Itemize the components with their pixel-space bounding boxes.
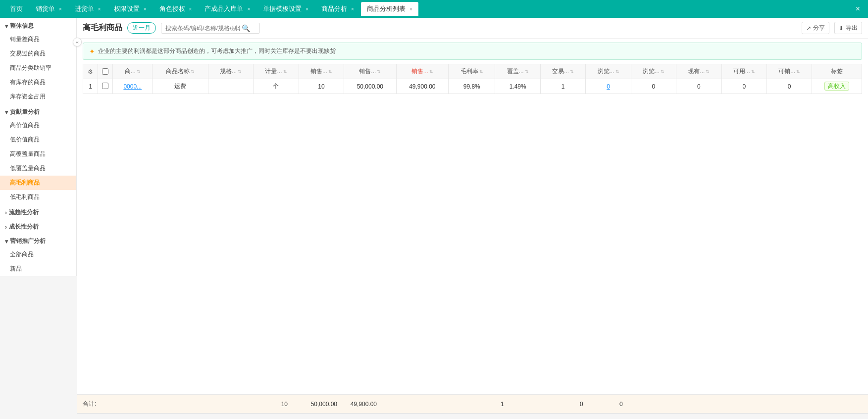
export-button[interactable]: ⬇ 导出 bbox=[834, 22, 862, 34]
nav-tab-sales[interactable]: 销货单 × bbox=[30, 2, 68, 16]
col-views1[interactable]: 浏览...⇅ bbox=[586, 64, 631, 79]
col-sales-cost[interactable]: 销售...⇅ bbox=[396, 64, 448, 79]
col-spec[interactable]: 规格...⇅ bbox=[208, 64, 253, 79]
sidebar-item-traded[interactable]: 交易过的商品 bbox=[0, 47, 76, 61]
sidebar-item-high-margin[interactable]: 高毛利商品 bbox=[0, 176, 76, 190]
cell-views1[interactable]: 0 bbox=[586, 79, 631, 94]
footer-total-label: 合计: bbox=[83, 400, 96, 408]
nav-tab-role-label: 角色授权 bbox=[159, 4, 185, 13]
cell-spec bbox=[208, 79, 253, 94]
footer-transaction: 1 bbox=[482, 401, 522, 408]
sidebar-group-overview-caret: ▾ bbox=[5, 23, 8, 30]
nav-tab-analysis-close[interactable]: × bbox=[351, 6, 354, 12]
table-row: 1 0000... 运费 个 10 50,000.00 49,900.00 99… bbox=[83, 79, 862, 94]
search-box: 🔍 bbox=[161, 23, 260, 34]
data-table: ⚙ 商...⇅ 商品名称⇅ 规格...⇅ bbox=[83, 64, 862, 94]
sidebar-group-contribution[interactable]: ▾ 贡献量分析 bbox=[0, 104, 76, 118]
cell-transaction: 1 bbox=[540, 79, 585, 94]
export-icon: ⬇ bbox=[839, 25, 844, 32]
sidebar-item-stock-capital[interactable]: 库存资金占用 bbox=[0, 90, 76, 104]
sidebar-item-in-stock[interactable]: 有库存的商品 bbox=[0, 75, 76, 90]
top-navigation: 首页 销货单 × 进货单 × 权限设置 × 角色授权 × 产成品入库单 × 单据… bbox=[0, 0, 868, 18]
nav-tab-sales-close[interactable]: × bbox=[59, 6, 62, 12]
nav-tab-permission-close[interactable]: × bbox=[144, 6, 147, 12]
nav-tab-analysis-list-close[interactable]: × bbox=[409, 6, 412, 12]
sidebar-group-contribution-label: 贡献量分析 bbox=[10, 108, 40, 116]
col-gross-margin[interactable]: 毛利率⇅ bbox=[449, 64, 495, 79]
col-unit[interactable]: 计量...⇅ bbox=[254, 64, 299, 79]
cell-name: 运费 bbox=[153, 79, 208, 94]
sidebar-group-growth-label: 成长性分析 bbox=[9, 223, 39, 231]
info-icon: ✦ bbox=[89, 47, 95, 55]
period-button[interactable]: 近一月 bbox=[127, 22, 156, 34]
footer-sales-cost: 49,900.00 bbox=[344, 401, 383, 408]
sidebar-item-new-products[interactable]: 新品 bbox=[0, 262, 76, 276]
col-code[interactable]: 商...⇅ bbox=[113, 64, 153, 79]
sidebar-collapse-button[interactable]: « bbox=[73, 38, 82, 47]
col-sales-qty[interactable]: 销售...⇅ bbox=[299, 64, 344, 79]
page-title: 高毛利商品 bbox=[83, 23, 122, 33]
col-sellable[interactable]: 可销...⇅ bbox=[767, 64, 812, 79]
col-checkbox[interactable] bbox=[98, 64, 113, 79]
col-current-stock[interactable]: 现有...⇅ bbox=[676, 64, 721, 79]
nav-tab-purchase[interactable]: 进货单 × bbox=[69, 2, 107, 16]
nav-tab-role-close[interactable]: × bbox=[189, 6, 192, 12]
nav-tab-role[interactable]: 角色授权 × bbox=[153, 2, 198, 16]
col-available[interactable]: 可用...⇅ bbox=[721, 64, 766, 79]
col-sales-amount[interactable]: 销售...⇅ bbox=[344, 64, 396, 79]
cell-code[interactable]: 0000... bbox=[113, 79, 153, 94]
footer-sales-qty: 10 bbox=[264, 401, 304, 408]
nav-tab-product-in[interactable]: 产成品入库单 × bbox=[199, 2, 256, 16]
nav-tab-template[interactable]: 单据模板设置 × bbox=[257, 2, 314, 16]
sidebar-item-high-value[interactable]: 高价值商品 bbox=[0, 118, 76, 133]
nav-tab-product-in-close[interactable]: × bbox=[247, 6, 250, 12]
footer-sales-amount: 50,000.00 bbox=[304, 401, 344, 408]
share-button[interactable]: ↗ 分享 bbox=[802, 22, 829, 34]
sidebar-group-overview[interactable]: ▾ 整体信息 bbox=[0, 18, 76, 32]
sidebar-group-marketing-caret: ▾ bbox=[5, 238, 8, 245]
nav-tab-purchase-label: 进货单 bbox=[75, 4, 94, 13]
sidebar-group-growth[interactable]: › 成长性分析 bbox=[0, 219, 76, 233]
search-icon[interactable]: 🔍 bbox=[242, 24, 250, 32]
sidebar-group-overview-label: 整体信息 bbox=[10, 22, 34, 30]
nav-tab-purchase-close[interactable]: × bbox=[98, 6, 101, 12]
sidebar-item-category-sales[interactable]: 商品分类助销率 bbox=[0, 61, 76, 75]
cell-current-stock: 0 bbox=[676, 79, 721, 94]
sidebar-item-low-coverage[interactable]: 低覆盖量商品 bbox=[0, 161, 76, 176]
col-views2[interactable]: 浏览...⇅ bbox=[631, 64, 676, 79]
data-table-wrap: ⚙ 商...⇅ 商品名称⇅ 规格...⇅ bbox=[77, 64, 868, 394]
col-settings[interactable]: ⚙ bbox=[83, 64, 98, 79]
sidebar-item-low-value[interactable]: 低价值商品 bbox=[0, 133, 76, 147]
sidebar-item-all-products[interactable]: 全部商品 bbox=[0, 247, 76, 262]
sidebar-group-marketing[interactable]: ▾ 营销推广分析 bbox=[0, 233, 76, 247]
col-tag[interactable]: 标签 bbox=[812, 64, 862, 79]
nav-tab-home[interactable]: 首页 bbox=[4, 2, 29, 16]
nav-tab-analysis[interactable]: 商品分析 × bbox=[315, 2, 360, 16]
cell-sales-amount: 50,000.00 bbox=[344, 79, 396, 94]
col-name[interactable]: 商品名称⇅ bbox=[153, 64, 208, 79]
col-transaction[interactable]: 交易...⇅ bbox=[540, 64, 585, 79]
horizontal-scrollbar[interactable] bbox=[77, 413, 868, 419]
footer-spacer bbox=[383, 401, 482, 408]
select-all-checkbox[interactable] bbox=[102, 68, 108, 75]
window-close-button[interactable]: × bbox=[852, 4, 864, 13]
row-checkbox[interactable] bbox=[102, 83, 108, 89]
nav-tab-template-label: 单据模板设置 bbox=[263, 4, 302, 13]
footer-current-stock: 0 bbox=[562, 401, 601, 408]
sidebar-item-low-margin[interactable]: 低毛利商品 bbox=[0, 190, 76, 204]
cell-unit: 个 bbox=[254, 79, 299, 94]
search-input[interactable] bbox=[165, 25, 240, 32]
nav-tab-analysis-list[interactable]: 商品分析列表 × bbox=[361, 2, 418, 16]
col-coverage[interactable]: 覆盖...⇅ bbox=[495, 64, 540, 79]
info-banner-text: 企业的主要的利润都是这部分商品创造的，可考虑加大推广，同时关注库存是不要出现缺货 bbox=[98, 47, 336, 55]
sidebar-item-poor-sales[interactable]: 销量差商品 bbox=[0, 32, 76, 47]
cell-checkbox[interactable] bbox=[98, 79, 113, 94]
nav-tab-analysis-list-label: 商品分析列表 bbox=[367, 4, 406, 13]
cell-gross-margin: 99.8% bbox=[449, 79, 495, 94]
sidebar-item-high-coverage[interactable]: 高覆盖量商品 bbox=[0, 147, 76, 161]
nav-tab-permission[interactable]: 权限设置 × bbox=[108, 2, 153, 16]
info-banner: ✦ 企业的主要的利润都是这部分商品创造的，可考虑加大推广，同时关注库存是不要出现… bbox=[83, 43, 862, 60]
sidebar-group-marketing-label: 营销推广分析 bbox=[10, 237, 46, 245]
sidebar-group-trend[interactable]: › 流趋性分析 bbox=[0, 204, 76, 219]
nav-tab-template-close[interactable]: × bbox=[306, 6, 308, 12]
